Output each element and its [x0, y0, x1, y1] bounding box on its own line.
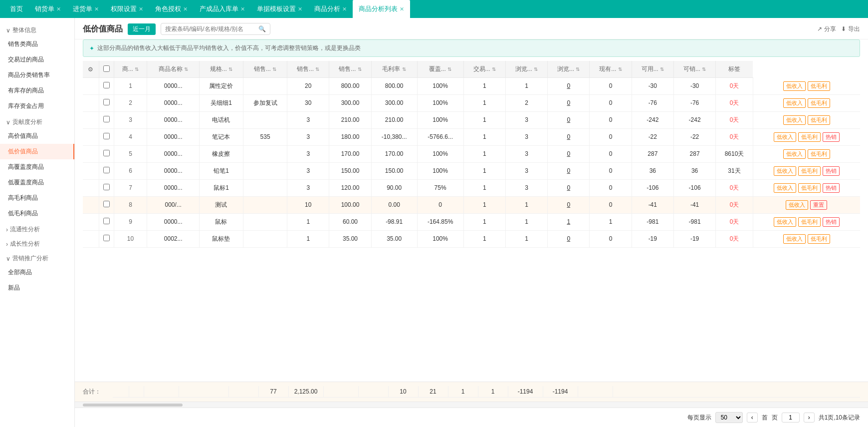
- sidebar-group-growth[interactable]: › 成长性分析: [0, 236, 74, 250]
- nav-product-in-close[interactable]: ✕: [240, 6, 245, 12]
- nav-product-in[interactable]: 产成品入库单 ✕: [194, 0, 251, 18]
- browse-link[interactable]: 0: [567, 133, 570, 140]
- scrollbar-thumb[interactable]: [83, 404, 183, 407]
- sidebar-group-contribution[interactable]: ∨ 贡献度分析: [0, 114, 74, 128]
- row-checkbox[interactable]: [103, 116, 110, 122]
- cell-browse1[interactable]: 0: [548, 162, 590, 179]
- nav-goods-list-close[interactable]: ✕: [400, 6, 404, 12]
- sidebar-item-low-value[interactable]: 低价值商品: [0, 144, 74, 159]
- browse-link[interactable]: 0: [567, 167, 570, 174]
- sidebar-item-all-goods[interactable]: 全部商品: [0, 265, 74, 280]
- cell-browse1[interactable]: 0: [548, 145, 590, 162]
- row-checkbox[interactable]: [103, 218, 110, 224]
- browse-link[interactable]: 0: [567, 116, 570, 123]
- nav-goods-list[interactable]: 商品分析列表 ✕: [353, 0, 410, 18]
- sidebar-group-circulation[interactable]: › 流通性分析: [0, 221, 74, 236]
- row-checkbox[interactable]: [103, 235, 110, 241]
- row-checkbox[interactable]: [103, 167, 110, 173]
- col-sale1[interactable]: 销售... ⇅: [243, 61, 287, 78]
- col-sale3[interactable]: 销售... ⇅: [329, 61, 371, 78]
- col-trade[interactable]: 交易... ⇅: [463, 61, 505, 78]
- col-browse1[interactable]: 浏览... ⇅: [505, 61, 547, 78]
- sidebar-item-category-rate[interactable]: 商品分类销售率: [0, 67, 74, 83]
- export-button[interactable]: ⬇ 导出: [841, 25, 860, 33]
- browse-link[interactable]: 1: [567, 218, 570, 225]
- sidebar-item-sales-goods[interactable]: 销售类商品: [0, 36, 74, 52]
- row-checkbox[interactable]: [103, 99, 110, 105]
- browse-link[interactable]: 0: [567, 99, 570, 106]
- first-page-button[interactable]: ‹: [747, 413, 758, 423]
- col-sale2[interactable]: 销售... ⇅: [287, 61, 329, 78]
- per-page-select[interactable]: 50 100 200: [715, 412, 743, 423]
- nav-role[interactable]: 角色授权 ✕: [149, 0, 194, 18]
- cell-checkbox[interactable]: [99, 179, 114, 196]
- sidebar-item-low-margin[interactable]: 低毛利商品: [0, 206, 74, 221]
- nav-template-close[interactable]: ✕: [298, 6, 302, 12]
- cell-checkbox[interactable]: [99, 128, 114, 145]
- nav-goods-analysis[interactable]: 商品分析 ✕: [308, 0, 353, 18]
- cell-browse1[interactable]: 0: [548, 230, 590, 247]
- browse-link[interactable]: 0: [567, 201, 570, 208]
- nav-sales-close[interactable]: ✕: [56, 6, 61, 12]
- col-settings[interactable]: ⚙: [83, 61, 99, 78]
- col-spec[interactable]: 规格... ⇅: [199, 61, 243, 78]
- sidebar-item-capital[interactable]: 库存资金占用: [0, 98, 74, 114]
- col-name[interactable]: 商品名称 ⇅: [147, 61, 199, 78]
- nav-goods-analysis-close[interactable]: ✕: [342, 6, 347, 12]
- cell-checkbox[interactable]: [99, 196, 114, 213]
- col-gross[interactable]: 毛利率 ⇅: [371, 61, 417, 78]
- sidebar-item-high-coverage[interactable]: 高覆盖度商品: [0, 159, 74, 175]
- sidebar-item-new-goods[interactable]: 新品: [0, 280, 74, 296]
- sidebar-item-high-value[interactable]: 高价值商品: [0, 128, 74, 144]
- col-coverage[interactable]: 覆盖... ⇅: [417, 61, 463, 78]
- nav-role-close[interactable]: ✕: [183, 6, 188, 12]
- select-all-checkbox[interactable]: [103, 65, 110, 72]
- row-checkbox[interactable]: [103, 133, 110, 139]
- row-checkbox[interactable]: [103, 201, 110, 207]
- nav-home[interactable]: 首页: [4, 0, 29, 18]
- nav-template[interactable]: 单据模板设置 ✕: [251, 0, 308, 18]
- sidebar-item-traded[interactable]: 交易过的商品: [0, 52, 74, 67]
- cell-checkbox[interactable]: [99, 162, 114, 179]
- nav-permission[interactable]: 权限设置 ✕: [105, 0, 149, 18]
- sidebar-item-high-margin[interactable]: 高毛利商品: [0, 190, 74, 206]
- page-number-input[interactable]: [782, 413, 800, 423]
- next-page-button[interactable]: ›: [804, 413, 815, 423]
- cell-browse1[interactable]: 0: [548, 94, 590, 111]
- nav-permission-close[interactable]: ✕: [139, 6, 143, 12]
- cell-browse1[interactable]: 0: [548, 196, 590, 213]
- search-icon[interactable]: 🔍: [258, 25, 266, 32]
- cell-browse1[interactable]: 0: [548, 111, 590, 128]
- nav-sales[interactable]: 销货单 ✕: [29, 0, 67, 18]
- sidebar-item-low-coverage[interactable]: 低覆盖度商品: [0, 175, 74, 190]
- row-checkbox[interactable]: [103, 150, 110, 156]
- cell-checkbox[interactable]: [99, 145, 114, 162]
- col-code[interactable]: 商... ⇅: [114, 61, 147, 78]
- col-browse2[interactable]: 浏览... ⇅: [548, 61, 590, 78]
- horizontal-scrollbar[interactable]: [75, 402, 868, 408]
- cell-checkbox[interactable]: [99, 78, 114, 95]
- cell-checkbox[interactable]: [99, 213, 114, 230]
- cell-checkbox[interactable]: [99, 111, 114, 128]
- sidebar-group-marketing[interactable]: ∨ 营销推广分析: [0, 250, 74, 265]
- nav-purchase-close[interactable]: ✕: [94, 6, 99, 12]
- sidebar-item-in-stock[interactable]: 有库存的商品: [0, 83, 74, 98]
- cell-browse1[interactable]: 0: [548, 128, 590, 145]
- col-current[interactable]: 现有... ⇅: [590, 61, 632, 78]
- cell-browse1[interactable]: 1: [548, 213, 590, 230]
- cell-browse1[interactable]: 0: [548, 78, 590, 95]
- browse-link[interactable]: 0: [567, 235, 570, 242]
- nav-purchase[interactable]: 进货单 ✕: [67, 0, 105, 18]
- col-saleable[interactable]: 可销... ⇅: [673, 61, 715, 78]
- cell-checkbox[interactable]: [99, 230, 114, 247]
- col-available[interactable]: 可用... ⇅: [632, 61, 673, 78]
- cell-checkbox[interactable]: [99, 94, 114, 111]
- search-input[interactable]: [165, 25, 255, 32]
- browse-link[interactable]: 0: [567, 150, 570, 157]
- sidebar-group-overview[interactable]: ∨ 整体信息: [0, 22, 74, 36]
- cell-browse1[interactable]: 0: [548, 179, 590, 196]
- share-button[interactable]: ↗ 分享: [817, 25, 836, 33]
- browse-link[interactable]: 0: [567, 82, 570, 89]
- row-checkbox[interactable]: [103, 184, 110, 190]
- browse-link[interactable]: 0: [567, 184, 570, 191]
